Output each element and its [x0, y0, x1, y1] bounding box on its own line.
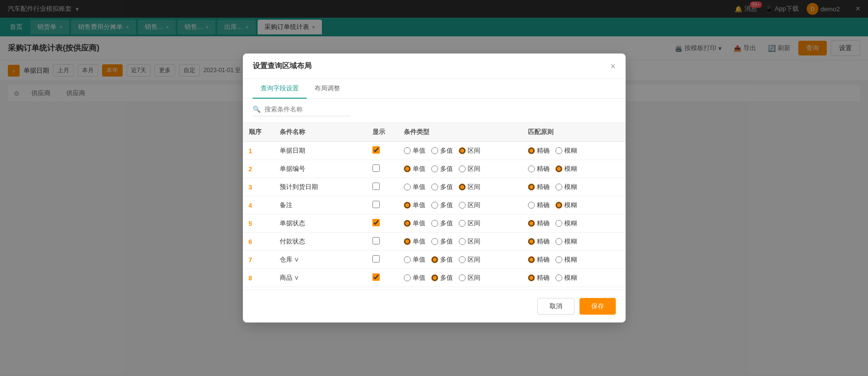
match-radio[interactable]	[555, 274, 562, 281]
match-option-精确[interactable]: 精确	[528, 219, 550, 228]
settings-dialog: 设置查询区域布局 × 查询字段设置 布局调整 🔍 顺序	[243, 54, 626, 322]
tab-layout-adjust[interactable]: 布局调整	[307, 79, 348, 99]
type-option-单值[interactable]: 单值	[404, 273, 425, 282]
type-option-多值[interactable]: 多值	[431, 219, 453, 228]
type-radio[interactable]	[404, 220, 411, 227]
type-option-多值[interactable]: 多值	[431, 273, 453, 282]
fields-table-scroll[interactable]: 顺序 条件名称 显示 条件类型 匹配原则 1单据日期单值多值区间精确模糊2单据编…	[243, 123, 626, 290]
match-radio[interactable]	[555, 238, 562, 245]
type-radio[interactable]	[431, 147, 438, 154]
modal-overlay: 设置查询区域布局 × 查询字段设置 布局调整 🔍 顺序	[0, 0, 868, 375]
type-radio[interactable]	[404, 238, 411, 245]
type-option-单值[interactable]: 单值	[404, 146, 425, 155]
match-radio[interactable]	[555, 184, 562, 190]
match-option-精确[interactable]: 精确	[528, 255, 550, 264]
display-checkbox[interactable]	[372, 183, 380, 190]
display-checkbox[interactable]	[372, 164, 380, 172]
type-radio[interactable]	[459, 184, 466, 190]
type-option-多值[interactable]: 多值	[431, 255, 453, 264]
type-radio[interactable]	[404, 202, 411, 209]
match-radio[interactable]	[528, 202, 535, 209]
type-radio[interactable]	[431, 238, 438, 245]
type-option-区间[interactable]: 区间	[459, 255, 480, 264]
display-checkbox[interactable]	[372, 255, 380, 263]
type-option-单值[interactable]: 单值	[404, 201, 425, 210]
dialog-close-button[interactable]: ×	[610, 62, 616, 71]
match-option-精确[interactable]: 精确	[528, 183, 550, 191]
display-checkbox[interactable]	[372, 237, 380, 244]
type-radio[interactable]	[459, 165, 466, 172]
display-checkbox[interactable]	[372, 146, 380, 154]
type-radio[interactable]	[459, 202, 466, 209]
match-radio[interactable]	[528, 220, 535, 227]
match-radio[interactable]	[555, 165, 562, 172]
match-radio[interactable]	[555, 202, 562, 209]
match-option-模糊[interactable]: 模糊	[555, 164, 577, 173]
row-order: 8	[243, 269, 274, 287]
match-option-模糊[interactable]: 模糊	[555, 219, 577, 228]
type-radio[interactable]	[404, 256, 411, 263]
type-radio[interactable]	[431, 220, 438, 227]
type-radio[interactable]	[459, 274, 466, 281]
display-checkbox[interactable]	[372, 273, 380, 281]
type-radio[interactable]	[404, 274, 411, 281]
type-option-多值[interactable]: 多值	[431, 201, 453, 210]
match-option-模糊[interactable]: 模糊	[555, 201, 577, 210]
save-button[interactable]: 保存	[579, 298, 616, 315]
match-option-模糊[interactable]: 模糊	[555, 273, 577, 282]
cancel-button[interactable]: 取消	[537, 298, 575, 315]
type-option-多值[interactable]: 多值	[431, 183, 453, 191]
type-radio[interactable]	[431, 274, 438, 281]
type-option-区间[interactable]: 区间	[459, 183, 480, 191]
match-radio[interactable]	[555, 147, 562, 154]
type-option-单值[interactable]: 单值	[404, 164, 425, 173]
type-radio[interactable]	[431, 165, 438, 172]
match-radio[interactable]	[528, 274, 535, 281]
row-condition-name: 单据编号	[274, 160, 367, 178]
type-option-单值[interactable]: 单值	[404, 255, 425, 264]
match-option-精确[interactable]: 精确	[528, 164, 550, 173]
type-radio[interactable]	[459, 147, 466, 154]
match-option-精确[interactable]: 精确	[528, 201, 550, 210]
match-option-精确[interactable]: 精确	[528, 146, 550, 155]
match-radio[interactable]	[528, 238, 535, 245]
match-option-模糊[interactable]: 模糊	[555, 237, 577, 246]
display-checkbox[interactable]	[372, 219, 380, 226]
type-option-单值[interactable]: 单值	[404, 219, 425, 228]
type-option-区间[interactable]: 区间	[459, 146, 480, 155]
match-option-精确[interactable]: 精确	[528, 273, 550, 282]
match-option-模糊[interactable]: 模糊	[555, 255, 577, 264]
type-option-区间[interactable]: 区间	[459, 164, 480, 173]
type-option-多值[interactable]: 多值	[431, 164, 453, 173]
table-row: 2单据编号单值多值区间精确模糊	[243, 160, 626, 178]
type-radio[interactable]	[459, 220, 466, 227]
type-radio[interactable]	[431, 256, 438, 263]
display-checkbox[interactable]	[372, 201, 380, 208]
match-radio[interactable]	[555, 256, 562, 263]
type-radio[interactable]	[459, 238, 466, 245]
type-option-多值[interactable]: 多值	[431, 237, 453, 246]
match-option-模糊[interactable]: 模糊	[555, 146, 577, 155]
match-radio[interactable]	[528, 256, 535, 263]
type-radio[interactable]	[404, 184, 411, 190]
match-option-模糊[interactable]: 模糊	[555, 183, 577, 191]
type-radio[interactable]	[431, 202, 438, 209]
type-radio[interactable]	[404, 147, 411, 154]
type-radio[interactable]	[404, 165, 411, 172]
type-option-单值[interactable]: 单值	[404, 237, 425, 246]
type-option-区间[interactable]: 区间	[459, 237, 480, 246]
match-option-精确[interactable]: 精确	[528, 237, 550, 246]
match-radio[interactable]	[528, 165, 535, 172]
search-input[interactable]	[263, 105, 351, 114]
match-radio[interactable]	[555, 220, 562, 227]
match-radio[interactable]	[528, 184, 535, 190]
type-option-区间[interactable]: 区间	[459, 219, 480, 228]
type-radio[interactable]	[459, 256, 466, 263]
match-radio[interactable]	[528, 147, 535, 154]
type-option-多值[interactable]: 多值	[431, 146, 453, 155]
type-option-区间[interactable]: 区间	[459, 273, 480, 282]
type-radio[interactable]	[431, 184, 438, 190]
type-option-区间[interactable]: 区间	[459, 201, 480, 210]
tab-query-fields[interactable]: 查询字段设置	[253, 79, 307, 99]
type-option-单值[interactable]: 单值	[404, 183, 425, 191]
